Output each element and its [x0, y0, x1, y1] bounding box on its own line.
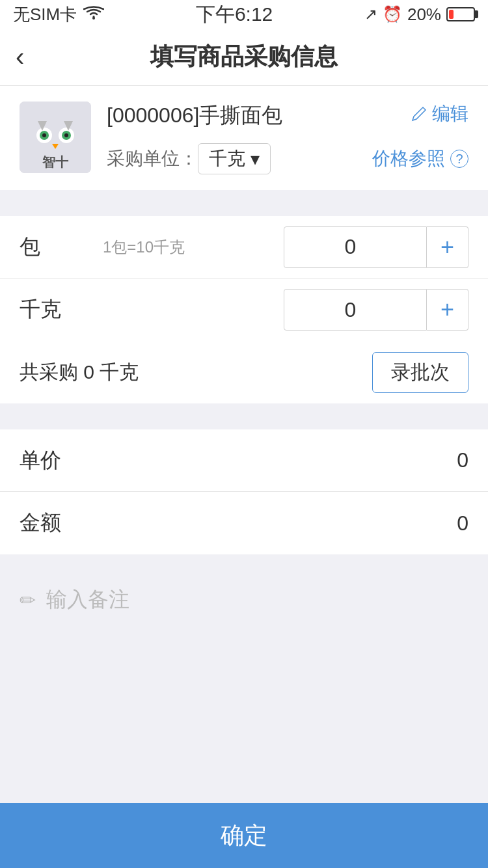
kilogram-plus-button[interactable]: +: [427, 289, 468, 331]
status-bar: 无SIM卡 下午6:12 ↗ ⏰ 20%: [0, 0, 488, 29]
price-ref-button[interactable]: 价格参照 ?: [372, 146, 468, 171]
back-button[interactable]: ‹: [16, 42, 24, 72]
status-right: ↗ ⏰ 20%: [364, 5, 475, 25]
package-sub: 1包=10千克: [103, 237, 185, 258]
package-input-row: 包 1包=10千克 +: [0, 216, 488, 278]
confirm-button[interactable]: 确定: [0, 803, 488, 868]
edit-button[interactable]: 编辑: [410, 102, 468, 126]
page-title: 填写商品采购信息: [150, 41, 338, 73]
unit-price-row: 单价 0: [0, 429, 488, 492]
kilogram-input-right: +: [284, 289, 468, 331]
summary-row: 共采购 0 千克 录批次: [0, 341, 488, 403]
page-content: 智十 [0000006]手撕面包 编辑 采购单位： 千克 ▾: [0, 86, 488, 763]
battery-pct: 20%: [407, 5, 441, 25]
product-header: [0000006]手撕面包 编辑: [107, 102, 468, 130]
remark-section[interactable]: ✏ 输入备注: [0, 567, 488, 632]
product-info: [0000006]手撕面包 编辑 采购单位： 千克 ▾ 价格参照 ?: [107, 102, 468, 174]
section-sep-2: [0, 403, 488, 416]
package-plus-button[interactable]: +: [427, 226, 468, 268]
product-name: [0000006]手撕面包: [107, 102, 282, 130]
unit-price-value: 0: [457, 448, 468, 472]
price-section: 单价 0 金额 0: [0, 429, 488, 554]
svg-text:智十: 智十: [42, 155, 69, 169]
amount-value: 0: [457, 511, 468, 536]
dropdown-icon: ▾: [251, 148, 260, 170]
section-sep-1: [0, 203, 488, 216]
status-left: 无SIM卡: [13, 3, 104, 26]
kilogram-qty-input[interactable]: [284, 289, 427, 331]
svg-point-7: [64, 133, 68, 137]
pencil-icon: ✏: [20, 589, 36, 612]
bottom-spacer: [0, 632, 488, 763]
wifi-icon: [83, 5, 104, 25]
product-unit-row: 采购单位： 千克 ▾ 价格参照 ?: [107, 143, 468, 174]
kilogram-input-row: 千克 +: [0, 278, 488, 341]
package-qty-input[interactable]: [284, 226, 427, 268]
batch-button[interactable]: 录批次: [372, 352, 468, 393]
alarm-icon: ⏰: [383, 5, 402, 23]
product-thumbnail: 智十: [20, 102, 91, 173]
unit-select[interactable]: 千克 ▾: [198, 143, 271, 174]
package-label: 包: [20, 233, 98, 262]
summary-text: 共采购 0 千克: [20, 359, 139, 386]
product-card: 智十 [0000006]手撕面包 编辑 采购单位： 千克 ▾: [0, 86, 488, 190]
unit-label: 采购单位：: [107, 146, 198, 171]
status-time: 下午6:12: [196, 1, 273, 28]
amount-row: 金额 0: [0, 492, 488, 554]
input-section: 包 1包=10千克 + 千克 +: [0, 216, 488, 341]
info-icon: ?: [450, 150, 468, 168]
unit-price-label: 单价: [20, 446, 61, 475]
battery-icon: [446, 7, 475, 21]
location-icon: ↗: [364, 5, 377, 23]
remark-placeholder: 输入备注: [46, 586, 129, 614]
svg-point-0: [92, 17, 95, 20]
amount-label: 金额: [20, 509, 61, 537]
kilogram-label: 千克: [20, 295, 98, 324]
carrier-label: 无SIM卡: [13, 3, 77, 26]
svg-point-6: [42, 133, 46, 137]
nav-bar: ‹ 填写商品采购信息: [0, 29, 488, 86]
package-input-right: +: [284, 226, 468, 268]
